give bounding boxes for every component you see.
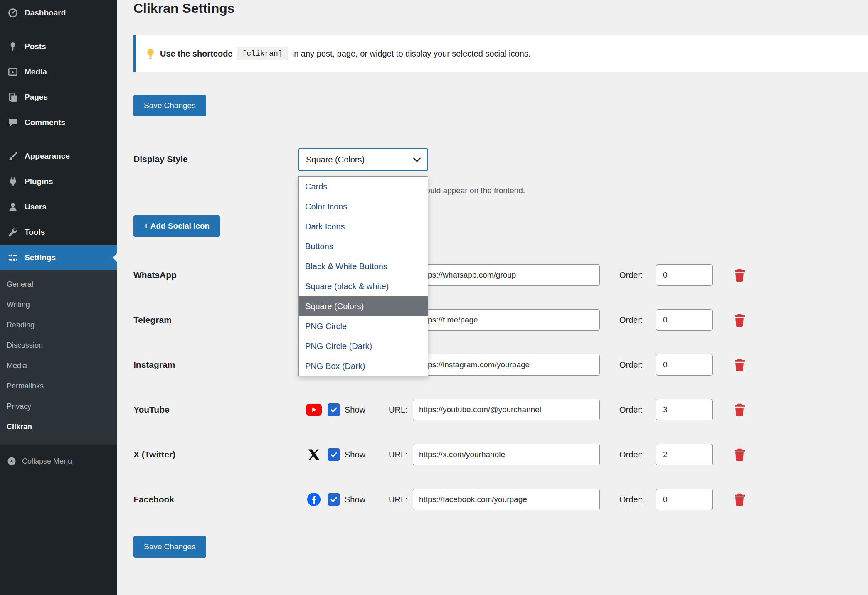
display-style-selected-value: Square (Colors) — [306, 155, 365, 165]
url-input[interactable] — [413, 489, 600, 510]
display-style-label: Display Style — [133, 154, 188, 164]
sidebar-item-label: Posts — [25, 42, 46, 51]
order-label: Order: — [619, 405, 643, 415]
show-checkbox[interactable] — [328, 493, 340, 506]
order-label: Order: — [619, 495, 643, 504]
delete-icon-button[interactable] — [732, 312, 747, 328]
social-row-x-twitter: X (Twitter) Show URL: Order: — [133, 432, 868, 477]
submenu-item-clikran[interactable]: Clikran — [0, 417, 117, 437]
order-input[interactable] — [656, 489, 713, 510]
submenu-item-media[interactable]: Media — [0, 356, 117, 376]
youtube-icon — [306, 401, 322, 418]
page-title: Clikran Settings — [133, 1, 235, 16]
dropdown-option-buttons[interactable]: Buttons — [299, 236, 428, 256]
social-name-label: Instagram — [133, 360, 175, 370]
social-name-label: Telegram — [133, 315, 172, 325]
dropdown-option-bw-buttons[interactable]: Black & White Buttons — [299, 256, 428, 276]
order-label: Order: — [619, 270, 643, 280]
sidebar-item-media[interactable]: Media — [0, 59, 117, 84]
delete-icon-button[interactable] — [732, 402, 747, 418]
url-input[interactable] — [413, 354, 600, 376]
submenu-item-discussion[interactable]: Discussion — [0, 335, 117, 356]
order-input[interactable] — [656, 264, 713, 286]
pages-icon — [7, 92, 18, 103]
sidebar-item-appearance[interactable]: Appearance — [0, 143, 117, 169]
settings-page: Clikran Settings Use the shortcode [clik… — [117, 0, 868, 595]
order-input[interactable] — [656, 309, 713, 331]
add-social-icon-button[interactable]: + Add Social Icon — [133, 215, 220, 237]
dropdown-option-dark-icons[interactable]: Dark Icons — [299, 216, 428, 236]
url-input[interactable] — [413, 264, 600, 286]
order-label: Order: — [619, 315, 643, 325]
social-name-label: WhatsApp — [133, 270, 177, 280]
delete-icon-button[interactable] — [732, 357, 747, 373]
social-row-whatsapp: WhatsApp Show URL: Order: — [133, 253, 868, 298]
dropdown-option-cards[interactable]: Cards — [299, 177, 428, 197]
order-label: Order: — [619, 360, 643, 370]
submenu-item-general[interactable]: General — [0, 274, 117, 295]
url-input[interactable] — [413, 444, 600, 465]
sidebar-item-plugins[interactable]: Plugins — [0, 169, 117, 194]
delete-icon-button[interactable] — [732, 267, 747, 283]
social-row-facebook: Facebook Show URL: Order: — [133, 477, 868, 522]
notice-bold-text: Use the shortcode — [160, 49, 232, 59]
submenu-item-reading[interactable]: Reading — [0, 315, 117, 335]
social-row-instagram: Instagram Show URL: Order: — [133, 342, 868, 387]
submenu-item-writing[interactable]: Writing — [0, 295, 117, 315]
show-label: Show — [345, 405, 365, 415]
sidebar-item-dashboard[interactable]: Dashboard — [0, 0, 117, 25]
dropdown-option-png-box-dark[interactable]: PNG Box (Dark) — [299, 356, 428, 376]
dropdown-option-square-bw[interactable]: Square (black & white) — [299, 276, 428, 296]
collapse-icon — [7, 456, 17, 466]
shortcode-chip: [clikran] — [237, 47, 288, 60]
sidebar-item-pages[interactable]: Pages — [0, 84, 117, 110]
dropdown-option-color-icons[interactable]: Color Icons — [299, 197, 428, 216]
chevron-down-icon — [413, 157, 421, 162]
sidebar-item-label: Settings — [25, 253, 56, 262]
social-name-label: X (Twitter) — [133, 450, 175, 460]
url-label: URL: — [389, 405, 408, 415]
sidebar-item-label: Pages — [25, 93, 48, 102]
order-input[interactable] — [656, 444, 713, 465]
tools-icon — [7, 227, 18, 238]
sidebar-item-users[interactable]: Users — [0, 194, 117, 219]
show-checkbox[interactable] — [328, 448, 340, 461]
collapse-menu-button[interactable]: Collapse Menu — [0, 456, 117, 466]
dashboard-icon — [7, 7, 18, 18]
submenu-item-permalinks[interactable]: Permalinks — [0, 376, 117, 396]
delete-icon-button[interactable] — [732, 447, 747, 462]
appearance-icon — [7, 151, 18, 162]
save-changes-button-top[interactable]: Save Changes — [133, 95, 206, 116]
display-style-select[interactable]: Square (Colors) — [298, 148, 428, 171]
media-icon — [7, 66, 18, 77]
dropdown-option-png-circle-dark[interactable]: PNG Circle (Dark) — [299, 336, 428, 356]
url-label: URL: — [389, 450, 408, 460]
show-checkbox[interactable] — [328, 403, 340, 416]
url-input[interactable] — [413, 309, 600, 331]
plugins-icon — [7, 176, 18, 187]
save-changes-button-bottom[interactable]: Save Changes — [133, 536, 206, 558]
lightbulb-icon — [146, 48, 155, 59]
settings-submenu: General Writing Reading Discussion Media… — [0, 270, 117, 445]
sidebar-item-settings[interactable]: Settings — [0, 245, 117, 270]
sidebar-item-posts[interactable]: Posts — [0, 34, 117, 59]
sidebar-item-label: Appearance — [25, 152, 70, 161]
order-input[interactable] — [656, 399, 713, 420]
delete-icon-button[interactable] — [732, 492, 747, 507]
sidebar-item-comments[interactable]: Comments — [0, 110, 117, 135]
sidebar-item-label: Users — [25, 202, 47, 211]
social-name-label: Facebook — [133, 494, 174, 504]
settings-icon — [7, 252, 18, 263]
dropdown-option-square-colors[interactable]: Square (Colors) — [299, 296, 428, 316]
sidebar-item-tools[interactable]: Tools — [0, 219, 117, 245]
url-input[interactable] — [413, 399, 600, 420]
submenu-item-privacy[interactable]: Privacy — [0, 396, 117, 417]
order-input[interactable] — [656, 354, 713, 376]
order-label: Order: — [619, 450, 643, 460]
social-name-label: YouTube — [133, 405, 170, 415]
sidebar-item-label: Comments — [25, 118, 65, 127]
dropdown-option-png-circle[interactable]: PNG Circle — [299, 316, 428, 336]
pin-icon — [7, 41, 18, 52]
sidebar-item-label: Tools — [25, 228, 45, 237]
sidebar-item-label: Plugins — [25, 177, 53, 186]
